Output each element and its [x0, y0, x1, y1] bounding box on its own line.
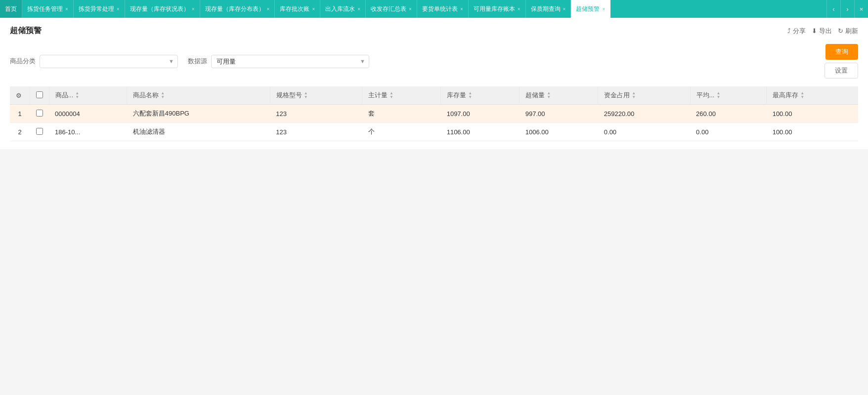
share-button[interactable]: ⤴ 分享: [787, 27, 806, 36]
cell-product-name: 机油滤清器: [127, 123, 270, 141]
nav-item-order-stat[interactable]: 要货单统计表 ×: [417, 0, 469, 18]
nav-item-inout-flow[interactable]: 出入库流水 ×: [320, 0, 366, 18]
close-icon[interactable]: ×: [357, 6, 360, 12]
close-icon[interactable]: ×: [602, 6, 605, 12]
nav-item-home[interactable]: 首页: [0, 0, 22, 18]
col-header-product-code[interactable]: 商品... ▲▼: [49, 86, 127, 105]
cell-unit: 套: [362, 105, 441, 123]
gear-icon: ⚙: [16, 92, 22, 99]
category-select-wrapper: ▼: [40, 55, 178, 68]
datasource-label: 数据源: [188, 57, 207, 66]
gear-column-header[interactable]: ⚙: [10, 86, 30, 105]
cell-capital: 259220.00: [598, 105, 690, 123]
nav-item-exception[interactable]: 拣货异常处理 ×: [74, 0, 125, 18]
close-icon[interactable]: ×: [563, 6, 566, 12]
nav-item-expiry[interactable]: 保质期查询 ×: [526, 0, 571, 18]
cell-stock: 1097.00: [441, 105, 520, 123]
cell-spec: 123: [270, 105, 362, 123]
filter-datasource: 数据源 可用量 ▼: [188, 55, 369, 68]
header-actions: ⤴ 分享 ⬇ 导出 ↻ 刷新: [787, 27, 858, 36]
close-icon[interactable]: ×: [409, 6, 412, 12]
close-icon[interactable]: ×: [192, 6, 195, 12]
share-icon: ⤴: [787, 27, 791, 35]
nav-arrows: ‹ › ×: [826, 0, 868, 18]
cell-spec: 123: [270, 123, 362, 141]
cell-overstock: 997.00: [520, 105, 598, 123]
row-number: 2: [10, 123, 30, 141]
nav-item-receipt-summary[interactable]: 收发存汇总表 ×: [366, 0, 417, 18]
export-button[interactable]: ⬇ 导出: [812, 27, 832, 36]
cell-max-stock: 100.00: [767, 105, 858, 123]
table-row: 2 186-10... 机油滤清器 123 个 1106.00 1006.00 …: [10, 123, 858, 141]
row-checkbox[interactable]: [36, 110, 43, 117]
nav-item-batch[interactable]: 库存批次账 ×: [275, 0, 320, 18]
nav-next-button[interactable]: ›: [840, 0, 854, 18]
filter-row: 商品分类 ▼ 数据源 可用量 ▼ 查询 设置: [10, 44, 858, 79]
nav-item-available-stock[interactable]: 可用量库存账本 ×: [469, 0, 526, 18]
page-header: 超储预警 ⤴ 分享 ⬇ 导出 ↻ 刷新: [10, 26, 858, 36]
close-icon[interactable]: ×: [518, 6, 521, 12]
nav-item-task-mgmt[interactable]: 拣货任务管理 ×: [22, 0, 74, 18]
refresh-button[interactable]: ↻ 刷新: [838, 27, 858, 36]
filter-category: 商品分类 ▼: [10, 55, 178, 68]
nav-item-stock-status[interactable]: 现存量（库存状况表） ×: [125, 0, 200, 18]
col-header-unit[interactable]: 主计量 ▲▼: [362, 86, 441, 105]
cell-avg: 260.00: [690, 105, 767, 123]
datasource-select[interactable]: 可用量: [211, 55, 369, 68]
table-header-row: ⚙ 商品... ▲▼ 商品名称 ▲▼: [10, 86, 858, 105]
col-header-product-name[interactable]: 商品名称 ▲▼: [127, 86, 270, 105]
row-checkbox[interactable]: [36, 128, 43, 135]
col-header-max-stock[interactable]: 最高库存 ▲▼: [767, 86, 858, 105]
close-icon[interactable]: ×: [312, 6, 315, 12]
export-icon: ⬇: [812, 27, 817, 35]
col-header-avg[interactable]: 平均... ▲▼: [690, 86, 767, 105]
page-content: 超储预警 ⤴ 分享 ⬇ 导出 ↻ 刷新 商品分类 ▼: [0, 18, 868, 149]
close-icon[interactable]: ×: [117, 6, 120, 12]
settings-button[interactable]: 设置: [825, 63, 858, 79]
col-header-capital[interactable]: 资金占用 ▲▼: [598, 86, 690, 105]
query-button[interactable]: 查询: [825, 44, 858, 60]
row-number: 1: [10, 105, 30, 123]
cell-stock: 1106.00: [441, 123, 520, 141]
select-all-checkbox[interactable]: [36, 91, 43, 98]
nav-prev-button[interactable]: ‹: [826, 0, 840, 18]
cell-product-code: 186-10...: [49, 123, 127, 141]
nav-item-overstock[interactable]: 超储预警 ×: [571, 0, 610, 18]
refresh-icon: ↻: [838, 27, 843, 35]
col-header-stock[interactable]: 库存量 ▲▼: [441, 86, 520, 105]
checkbox-column-header[interactable]: [30, 86, 49, 105]
category-label: 商品分类: [10, 57, 36, 66]
data-table: ⚙ 商品... ▲▼ 商品名称 ▲▼: [10, 86, 858, 141]
close-icon[interactable]: ×: [65, 6, 68, 12]
cell-unit: 个: [362, 123, 441, 141]
filter-actions: 查询 设置: [825, 44, 858, 79]
cell-product-name: 六配套新昌490BPG: [127, 105, 270, 123]
nav-close-button[interactable]: ×: [854, 0, 868, 18]
row-checkbox-cell[interactable]: [30, 105, 49, 123]
col-header-spec[interactable]: 规格型号 ▲▼: [270, 86, 362, 105]
table-row: 1 0000004 六配套新昌490BPG 123 套 1097.00 997.…: [10, 105, 858, 123]
top-navigation: 首页 拣货任务管理 × 拣货异常处理 × 现存量（库存状况表） × 现存量（库存…: [0, 0, 868, 18]
cell-avg: 0.00: [690, 123, 767, 141]
col-header-overstock[interactable]: 超储量 ▲▼: [520, 86, 598, 105]
row-checkbox-cell[interactable]: [30, 123, 49, 141]
cell-max-stock: 100.00: [767, 123, 858, 141]
datasource-select-wrapper: 可用量 ▼: [211, 55, 369, 68]
nav-item-stock-dist[interactable]: 现存量（库存分布表） ×: [200, 0, 275, 18]
category-select[interactable]: [40, 55, 178, 68]
cell-product-code: 0000004: [49, 105, 127, 123]
close-icon[interactable]: ×: [460, 6, 463, 12]
close-icon[interactable]: ×: [267, 6, 270, 12]
cell-capital: 0.00: [598, 123, 690, 141]
page-title: 超储预警: [10, 26, 42, 36]
cell-overstock: 1006.00: [520, 123, 598, 141]
